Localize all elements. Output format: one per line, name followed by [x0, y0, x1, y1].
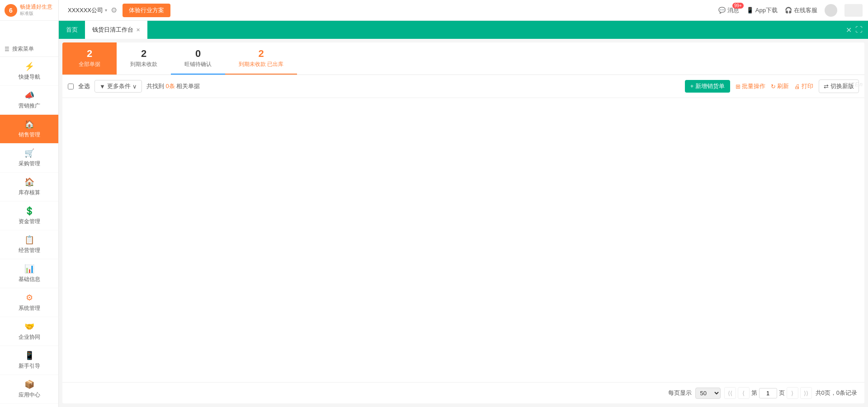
refresh-btn[interactable]: ↻ 刷新 — [771, 82, 789, 90]
stat-tab-3[interactable]: 2到期未收款 已出库 — [225, 42, 297, 75]
logo-title: 畅捷通好生意 — [20, 4, 52, 10]
sidebar-item-label: 库存核算 — [19, 189, 40, 196]
settings-icon[interactable]: ⚙ — [111, 6, 117, 14]
basic-info-icon: 📊 — [24, 264, 34, 274]
online-service-icon: 🎧 — [785, 7, 792, 14]
sidebar-item-label: 应用中心 — [19, 391, 40, 399]
stat-tab-2[interactable]: 0旺铺待确认 — [171, 42, 225, 75]
select-all-label: 全选 — [78, 82, 90, 90]
sidebar-header: 6 畅捷通好生意 标准版 — [0, 0, 58, 21]
batch-icon: ⊞ — [736, 83, 741, 90]
sidebar: 6 畅捷通好生意 标准版 ☰ 搜索菜单 ⚡快捷导航📣营销推广🏠销售管理🛒采购管理… — [0, 0, 59, 407]
company-selector[interactable]: XXXXXX公司 ▾ — [68, 6, 107, 14]
tab-close-icon[interactable]: ✕ — [136, 27, 140, 33]
page-last-btn[interactable]: ⟩⟩ — [800, 387, 812, 399]
tab-minimize-icon[interactable]: ✕ — [846, 26, 852, 34]
sidebar-search[interactable]: ☰ 搜索菜单 — [0, 42, 58, 57]
stat-tab-1[interactable]: 2到期未收款 — [117, 42, 171, 75]
sidebar-item-app-center[interactable]: 📦应用中心 — [0, 375, 58, 404]
refresh-icon: ↻ — [771, 83, 776, 90]
stat-label-2: 旺铺待确认 — [184, 61, 212, 68]
message-badge: 99+ — [732, 3, 744, 9]
tab-maximize-icon[interactable]: ⛶ — [855, 26, 863, 34]
page-number-input[interactable] — [759, 388, 777, 398]
inventory-icon: 🏠 — [24, 177, 34, 187]
total-label: 共0页，0条记录 — [816, 389, 857, 397]
tab-bar: 首页 钱货日清工作台 ✕ ✕ ⛶ — [59, 21, 868, 39]
add-sales-order-btn[interactable]: + 新增销货单 — [685, 80, 730, 93]
message-icon: 💬 — [718, 7, 726, 14]
sidebar-item-label: 销售管理 — [19, 131, 40, 139]
app-download-btn[interactable]: 📱 App下载 — [746, 6, 778, 14]
tab-work-bench[interactable]: 钱货日清工作台 ✕ — [85, 21, 147, 39]
sales-mgmt-icon: 🏠 — [24, 119, 34, 129]
per-page-label: 每页显示 — [668, 389, 692, 397]
toolbar-right: + 新增销货单 ⊞ 批量操作 ↻ 刷新 🖨 打印 ⇄ 切换新版 — [685, 80, 859, 93]
sidebar-item-guide[interactable]: 📱新手引导 — [0, 346, 58, 375]
page-first-btn[interactable]: ⟨⟨ — [724, 387, 736, 399]
sidebar-item-marketing[interactable]: 📣营销推广 — [0, 86, 58, 115]
filter-btn[interactable]: ▼ 更多条件 ∨ — [94, 80, 142, 93]
app-center-icon: 📦 — [24, 379, 34, 389]
toolbar: 全选 ▼ 更多条件 ∨ 共找到 0条 相关单据 + 新增销货单 ⊞ 批量操作 — [62, 75, 864, 98]
sidebar-item-label: 快捷导航 — [19, 73, 40, 81]
sidebar-item-quick-nav[interactable]: ⚡快捷导航 — [0, 57, 58, 86]
sidebar-item-purchase-mgmt[interactable]: 🛒采购管理 — [0, 144, 58, 173]
experience-btn[interactable]: 体验行业方案 — [123, 4, 170, 17]
stat-num-3: 2 — [259, 48, 264, 60]
message-btn[interactable]: 💬 消息 99+ — [718, 6, 739, 14]
toolbar-left: 全选 ▼ 更多条件 ∨ 共找到 0条 相关单据 — [68, 80, 204, 93]
found-text: 共找到 0条 相关单据 — [146, 82, 200, 90]
online-service-btn[interactable]: 🎧 在线客服 — [785, 6, 817, 14]
stat-num-2: 0 — [195, 48, 201, 60]
sidebar-item-label: 采购管理 — [19, 160, 40, 168]
switch-icon: ⇄ — [824, 83, 829, 90]
collab-icon: 🤝 — [24, 322, 34, 332]
purchase-mgmt-icon: 🛒 — [24, 148, 34, 158]
sidebar-item-sales-mgmt[interactable]: 🏠销售管理 — [0, 115, 58, 144]
sidebar-item-finance[interactable]: 💲资金管理 — [0, 201, 58, 230]
sidebar-item-label: 营销推广 — [19, 102, 40, 110]
avatar[interactable] — [825, 4, 837, 17]
page-nav: ⟨⟨ ⟨ 第 页 ⟩ ⟩⟩ — [724, 387, 812, 399]
sidebar-item-operations[interactable]: 📋经营管理 — [0, 230, 58, 259]
logo-icon: 6 — [5, 4, 17, 17]
content-area: 2全部单据2到期未收款0旺铺待确认2到期未收款 已出库 全选 ▼ 更多条件 ∨ … — [62, 42, 864, 403]
batch-operation-btn[interactable]: ⊞ 批量操作 — [736, 82, 765, 90]
sidebar-items-container: ⚡快捷导航📣营销推广🏠销售管理🛒采购管理🏠库存核算💲资金管理📋经营管理📊基础信息… — [0, 57, 58, 407]
logo-text-area: 畅捷通好生意 标准版 — [20, 4, 52, 16]
stats-tabs: 2全部单据2到期未收款0旺铺待确认2到期未收款 已出库 — [62, 42, 864, 75]
marketing-icon: 📣 — [24, 90, 34, 100]
page-label: 第 — [751, 389, 757, 397]
select-all-checkbox[interactable] — [68, 84, 74, 89]
per-page-select[interactable]: 50 100 200 — [695, 388, 721, 399]
sidebar-menu: ☰ 搜索菜单 ⚡快捷导航📣营销推广🏠销售管理🛒采购管理🏠库存核算💲资金管理📋经营… — [0, 42, 58, 407]
print-btn[interactable]: 🖨 打印 — [794, 82, 813, 90]
sidebar-item-label: 经营管理 — [19, 247, 40, 254]
filter-chevron-icon: ∨ — [132, 83, 137, 90]
sidebar-item-basic-info[interactable]: 📊基础信息 — [0, 259, 58, 288]
sidebar-item-corp-wx[interactable]: 💬企业微信 — [0, 404, 58, 407]
sidebar-item-inventory[interactable]: 🏠库存核算 — [0, 173, 58, 201]
sidebar-item-sys-mgmt[interactable]: ⚙系统管理 — [0, 288, 58, 317]
page-prev-btn[interactable]: ⟨ — [738, 387, 750, 399]
print-label: 打印 — [802, 82, 813, 90]
sidebar-item-label: 新手引导 — [19, 362, 40, 370]
tab-bar-right: ✕ ⛶ — [846, 26, 868, 34]
guide-icon: 📱 — [24, 351, 34, 360]
stat-label-3: 到期未收款 已出库 — [239, 61, 283, 68]
operations-icon: 📋 — [24, 235, 34, 245]
pagination-bar: 每页显示 50 100 200 ⟨⟨ ⟨ 第 页 ⟩ ⟩⟩ 共0页，0条记录 — [62, 382, 864, 403]
page-next-btn[interactable]: ⟩ — [787, 387, 798, 399]
quick-nav-icon: ⚡ — [24, 61, 34, 71]
app-download-icon: 📱 — [746, 7, 754, 14]
sidebar-item-collab[interactable]: 🤝企业协同 — [0, 317, 58, 346]
tab-home[interactable]: 首页 — [59, 21, 85, 39]
main-content: 2全部单据2到期未收款0旺铺待确认2到期未收款 已出库 全选 ▼ 更多条件 ∨ … — [59, 39, 868, 407]
sidebar-item-label: 系统管理 — [19, 304, 40, 312]
stat-tab-0[interactable]: 2全部单据 — [62, 42, 117, 75]
stat-label-0: 全部单据 — [79, 61, 100, 68]
company-name: XXXXXX公司 — [68, 6, 103, 14]
batch-label: 批量操作 — [742, 82, 765, 90]
stat-num-0: 2 — [87, 48, 92, 60]
